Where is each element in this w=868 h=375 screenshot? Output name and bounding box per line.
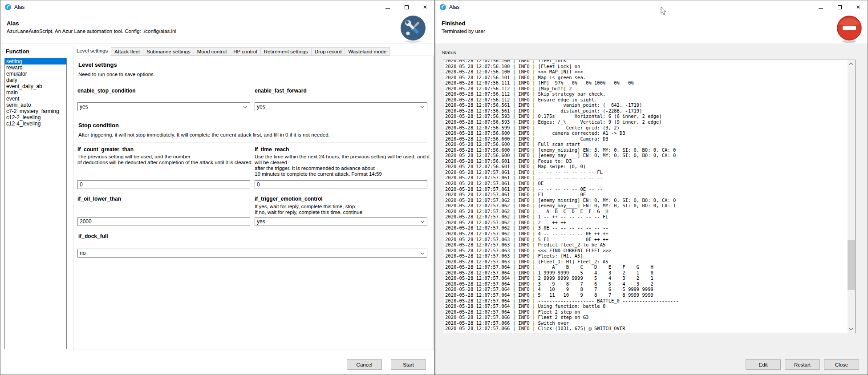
sidebar-item[interactable]: emulator — [5, 71, 66, 77]
mouse-cursor — [661, 6, 667, 16]
log-line: 2020-05-28 12:07:56.601 | INFO | Map swi… — [445, 164, 847, 169]
section-description: After triggering, it will not stop immed… — [78, 132, 330, 137]
sidebar-item[interactable]: reward — [5, 65, 66, 71]
log-line: 2020-05-28 12:07:57.064 | INFO | Using f… — [445, 303, 847, 309]
window-title: Alas — [14, 4, 24, 10]
restart-button[interactable]: Restart — [785, 359, 820, 370]
log-line: 2020-05-28 12:07:56.600 | INFO | camera … — [445, 130, 847, 136]
log-line: 2020-05-28 12:07:56.601 | INFO | Focus t… — [445, 158, 847, 164]
log-line: 2020-05-28 12:07:57.064 | INFO | 1 9999 … — [445, 270, 847, 276]
if-oil-lower-than-input[interactable] — [77, 217, 250, 226]
log-line: 2020-05-28 12:07:57.063 | INFO | <<< FIN… — [445, 248, 847, 254]
chevron-down-icon — [421, 251, 424, 254]
maximize-button[interactable] — [830, 0, 849, 14]
combo-value: no — [80, 250, 85, 256]
close-button[interactable]: ✕ — [849, 0, 868, 14]
combo-value: yes — [257, 218, 265, 225]
minimize-button[interactable] — [378, 0, 397, 14]
close-button[interactable]: ✕ — [416, 0, 434, 14]
field-description: of deductions will be deducted after com… — [77, 160, 250, 165]
log-line: 2020-05-28 12:07:57.064 | INFO | 3 9 8 7… — [445, 281, 847, 287]
sidebar-item[interactable]: c12-2_leveling — [5, 114, 66, 121]
sidebar-item[interactable]: main — [5, 89, 66, 96]
minimize-icon — [385, 8, 390, 9]
page-title: Alas — [7, 20, 19, 27]
log-line: 2020-05-28 12:07:57.062 | INFO | 1 -- ++… — [445, 214, 847, 220]
alas-status-window: Alas ✕ Finished Terminated by user Statu… — [435, 0, 868, 375]
enable-fast-forward-select[interactable]: yes — [255, 102, 427, 111]
log-line: 2020-05-28 12:07:57.064 | INFO | A B C D… — [445, 264, 847, 270]
status-group-label: Status — [442, 50, 456, 55]
tab[interactable]: Wasteland mode — [345, 47, 390, 56]
log-line: 2020-05-28 12:07:57.063 | INFO | Fleets:… — [445, 253, 847, 259]
sidebar-item[interactable]: event_daily_ab — [5, 83, 66, 89]
log-line: 2020-05-28 12:07:56.100 | INFO | fleet_l… — [445, 60, 847, 64]
close-session-button[interactable]: Close — [824, 359, 859, 370]
log-line: 2020-05-28 12:07:57.063 | INFO | 5 F1 --… — [445, 237, 847, 242]
scrollbar-thumb[interactable] — [848, 240, 855, 290]
sidebar-item[interactable]: c12-4_leveling — [5, 121, 66, 127]
sidebar-item[interactable]: setting — [5, 58, 66, 65]
section-heading: Level settings — [78, 61, 117, 68]
level-settings-panel: Level settings Need to run once to save … — [73, 56, 434, 350]
log-line: 2020-05-28 12:07:57.066 | INFO | Fleet_2… — [445, 315, 847, 320]
close-icon: ✕ — [856, 4, 860, 10]
log-line: 2020-05-28 12:07:57.063 | INFO | Predict… — [445, 242, 847, 248]
log-line: 2020-05-28 12:07:57.064 | INFO | 4 10 9 … — [445, 286, 847, 292]
tab[interactable]: Attack fleet — [111, 47, 143, 56]
enable-stop-condition-select[interactable]: yes — [77, 102, 250, 111]
log-scrollbar[interactable] — [848, 60, 855, 333]
tab[interactable]: Mood control — [194, 47, 230, 56]
tab[interactable]: Drop record — [312, 47, 345, 56]
log-output[interactable]: 2020-05-28 12:07:56.100 | INFO | fleet_l… — [443, 60, 856, 333]
start-button[interactable]: Start — [391, 359, 426, 370]
if-trigger-emotion-control-select[interactable]: yes — [255, 217, 427, 226]
log-line: 2020-05-28 12:07:56.112 | INFO | Ensure … — [445, 97, 847, 103]
chevron-down-icon — [421, 105, 424, 108]
log-line: 2020-05-28 12:07:56.111 | INFO | [HP] 97… — [445, 80, 847, 86]
log-line: 2020-05-28 12:07:57.062 | INFO | A B C D… — [445, 209, 847, 214]
field-description: after the trigger. It is recommended to … — [255, 165, 427, 171]
combo-value: yes — [80, 104, 88, 110]
status-subtitle: Terminated by user — [442, 28, 485, 34]
tab[interactable]: Retirement settings — [261, 47, 312, 56]
app-icon — [4, 4, 12, 11]
scroll-up-icon[interactable] — [848, 60, 855, 68]
log-line: 2020-05-28 12:07:56.561 | INFO | distant… — [445, 108, 847, 114]
tab[interactable]: Level settings — [73, 46, 111, 56]
maximize-icon — [405, 5, 409, 9]
maximize-icon — [838, 5, 842, 9]
function-list[interactable]: settingrewardemulatordailyevent_daily_ab… — [4, 58, 67, 349]
tab[interactable]: HP control — [230, 47, 260, 56]
scroll-down-icon[interactable] — [848, 325, 855, 333]
log-line: 2020-05-28 12:07:57.061 | INFO | F1 -- -… — [445, 192, 847, 198]
log-line: 2020-05-28 12:07:57.062 | INFO | 3 0E --… — [445, 225, 847, 231]
log-line: 2020-05-28 12:07:56.593 | INFO | 0.175s … — [445, 113, 847, 119]
sidebar-item[interactable]: semi_auto — [5, 102, 66, 108]
log-line: 2020-05-28 12:07:57.064 | INFO | Fleet 2… — [445, 309, 847, 315]
field-label: if_count_greater_than — [77, 146, 250, 153]
log-line: 2020-05-28 12:07:56.600 | INFO | [enemy_… — [445, 147, 847, 153]
sidebar-item[interactable]: daily — [5, 77, 66, 83]
cancel-button[interactable]: Cancel — [347, 359, 382, 370]
field-label: if_oil_lower_than — [77, 196, 250, 202]
log-line: 2020-05-28 12:07:56.101 | INFO | Map is … — [445, 75, 847, 81]
log-lines: 2020-05-28 12:07:56.100 | INFO | fleet_l… — [445, 60, 847, 331]
log-line: 2020-05-28 12:07:57.062 | INFO | 2 -- ++… — [445, 220, 847, 226]
maximize-button[interactable] — [397, 0, 416, 14]
if-dock-full-select[interactable]: no — [77, 249, 427, 258]
page-subtitle: AzurLaneAutoScript, An Azur Lane automat… — [7, 28, 176, 34]
sidebar-item[interactable]: event — [5, 96, 66, 102]
minimize-button[interactable] — [811, 0, 830, 14]
edit-button[interactable]: Edit — [746, 359, 781, 370]
tab[interactable]: Submarine settings — [143, 47, 194, 56]
log-line: 2020-05-28 12:07:56.599 | INFO | Center … — [445, 125, 847, 131]
if-count-greater-than-input[interactable] — [77, 180, 250, 189]
sidebar-item[interactable]: c7-2_mystery_farming — [5, 108, 66, 114]
if-time-reach-input[interactable] — [255, 180, 427, 189]
log-line: 2020-05-28 12:07:57.062 | INFO | 4 -- --… — [445, 231, 847, 237]
minimize-icon — [819, 8, 823, 9]
log-line: 2020-05-28 12:07:57.062 | INFO | [enemy_… — [445, 203, 847, 209]
window-title: Alas — [449, 4, 459, 10]
field-description: If yes, wait for reply, complete this ti… — [255, 204, 427, 210]
